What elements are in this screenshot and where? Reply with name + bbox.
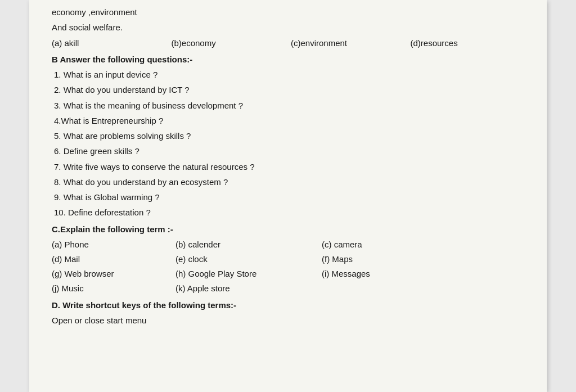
question-10: 10. Define deforestation ? [52,206,530,219]
item-web-browser: (g) Web browser [52,267,176,281]
item-clock: (e) clock [176,253,322,266]
section-c-heading: C.Explain the following term :- [52,223,530,236]
item-calender: (b) calender [176,238,322,251]
section-d: D. Write shortcut keys of the following … [52,299,530,327]
section-a-options: (a) akill (b)economy (c)environment (d)r… [52,37,530,49]
question-3: 3. What is the meaning of business devel… [52,99,530,112]
item-camera: (c) camera [322,238,479,251]
page-content: economy ,environment And social welfare.… [29,0,547,392]
question-7: 7. Write five ways to conserve the natur… [52,160,530,173]
option-d: (d)resources [411,37,530,49]
question-9: 9. What is Global warming ? [52,191,530,204]
item-messages: (i) Messages [322,267,479,281]
option-c: (c)environment [291,37,411,49]
header-line1: economy ,environment [52,6,530,19]
question-6: 6. Define green skills ? [52,145,530,157]
item-empty [322,282,479,295]
section-c-row3: (g) Web browser (h) Google Play Store (i… [52,267,530,281]
section-c-row1: (a) Phone (b) calender (c) camera [52,238,530,251]
header-line2: And social welfare. [52,21,530,34]
section-b-questions: 1. What is an input device ? 2. What do … [52,68,530,219]
item-mail: (d) Mail [52,253,176,266]
question-4: 4.What is Entrepreneurship ? [52,114,530,127]
question-2: 2. What do you understand by ICT ? [52,83,530,96]
item-phone: (a) Phone [52,238,176,251]
item-apple-store: (k) Apple store [176,282,322,295]
section-d-heading: D. Write shortcut keys of the following … [52,299,530,312]
item-maps: (f) Maps [322,253,479,266]
section-d-first-item: Open or close start menu [52,314,530,327]
option-a: (a) akill [52,37,172,49]
section-c-row4: (j) Music (k) Apple store [52,282,530,295]
question-1: 1. What is an input device ? [52,68,530,81]
item-music: (j) Music [52,282,176,295]
section-b-heading: B Answer the following questions:- [52,53,530,66]
question-5: 5. What are problems solving skills ? [52,129,530,142]
option-b: (b)economy [172,37,291,49]
item-google-play: (h) Google Play Store [176,267,322,281]
section-c-row2: (d) Mail (e) clock (f) Maps [52,253,530,266]
question-8: 8. What do you understand by an ecosyste… [52,175,530,188]
